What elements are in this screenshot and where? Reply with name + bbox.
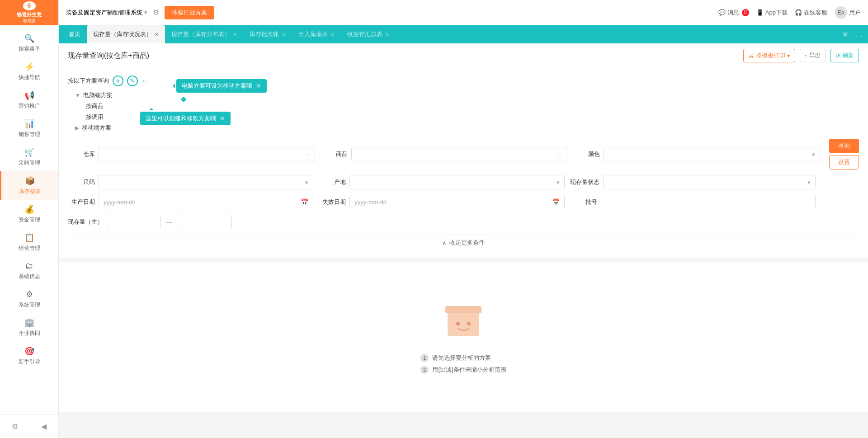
sidebar-item-label: 营销推广 — [19, 102, 40, 110]
header-left: 装备及固定资产辅助管理系统 ▾ ⚙ 体验行业方案 — [66, 6, 214, 19]
query-btn[interactable]: 查询 — [829, 139, 859, 153]
tab-recv-summary[interactable]: 收发存汇总表 ✕ — [341, 25, 396, 43]
sidebar-item-basic[interactable]: 🗂 基础信息 — [0, 257, 58, 285]
origin-input[interactable]: ▾ — [349, 175, 564, 189]
chevron-down-icon: ▾ — [557, 179, 560, 186]
scheme-tooltip: 电脑方案可设为移动方案哦 ✕ — [176, 79, 267, 93]
batch-ledger-tab-label: 库存批次账 — [250, 30, 279, 38]
stock-status-input[interactable]: ▾ — [603, 175, 816, 189]
filter-row-1: 仓库 ··· 商品 ··· 颜色 — [68, 139, 859, 170]
sidebar: 6 畅通好生意 标准版 🔍 搜索菜单 ⚡ 快捷导航 📢 营销推广 📊 销售管理 … — [0, 0, 59, 438]
sidebar-settings-btn[interactable]: ⚙ — [10, 420, 20, 433]
tab-close-inventory-dist[interactable]: ✕ — [233, 32, 237, 38]
filter-field-color: 颜色 ▾ — [573, 147, 820, 161]
filter-add-scheme-btn[interactable]: + — [113, 75, 123, 86]
sidebar-item-sales[interactable]: 📊 销售管理 — [0, 114, 58, 143]
scheme-item-goods[interactable]: 按商品 — [82, 101, 859, 112]
batch-input[interactable] — [601, 195, 816, 209]
export-btn[interactable]: ↑ 导出 — [800, 49, 826, 62]
recv-summary-tab-label: 收发存汇总表 — [347, 30, 382, 38]
sidebar-item-operations[interactable]: 📋 经营管理 — [0, 228, 58, 257]
sidebar-item-label: 库存核算 — [19, 188, 41, 195]
filter-fields-container: 仓库 ··· 商品 ··· 颜色 — [68, 139, 859, 229]
prod-date-start[interactable]: yyyy-mm-dd 📅 — [99, 195, 313, 209]
tab-home[interactable]: 首页 — [62, 25, 87, 43]
tab-close-batch-ledger[interactable]: ✕ — [282, 32, 286, 38]
goods-label: 商品 — [321, 150, 348, 158]
expire-date-input[interactable]: yyyy-mm-dd 📅 — [349, 195, 564, 209]
sidebar-item-label: 企业协同 — [19, 330, 40, 337]
filter-edit-scheme-btn[interactable]: ✎ — [127, 75, 138, 86]
filter-field-expire-date: 失效日期 yyyy-mm-dd 📅 — [319, 195, 564, 209]
tab-inventory-dist[interactable]: 现存量（库存分布表） ✕ — [165, 25, 243, 43]
refresh-btn[interactable]: ↺ 刷新 — [830, 49, 859, 62]
tab-close-inventory-status[interactable]: ✕ — [155, 32, 159, 38]
quick-nav-icon: ⚡ — [24, 62, 34, 72]
system-title-select[interactable]: 装备及固定资产辅助管理系统 ▾ — [66, 9, 147, 17]
empty-icon — [441, 298, 486, 343]
logo-icon: 6 — [23, 1, 36, 10]
tab-close-recv-summary[interactable]: ✕ — [385, 32, 389, 38]
empty-hint-1: 1 请先选择要分析的方案 — [420, 352, 506, 364]
tabbar-right-actions: ✕ ⛶ — [840, 28, 864, 41]
messages-label: 消息 — [727, 9, 739, 17]
sidebar-collapse-btn[interactable]: ◀ — [39, 420, 48, 433]
filter-arrow-btn[interactable]: ← — [142, 77, 149, 85]
print-template-btn[interactable]: 🖨 按模板打印 ▾ — [743, 49, 795, 62]
expire-date-placeholder: yyyy-mm-dd — [354, 199, 387, 206]
phone-icon: 📱 — [756, 9, 764, 16]
sidebar-item-purchase[interactable]: 🛒 采购管理 — [0, 143, 58, 171]
tab-batch-ledger[interactable]: 库存批次账 ✕ — [243, 25, 292, 43]
search-icon: 🔍 — [24, 33, 34, 43]
page-header: 现存量查询(按仓库+商品) 🖨 按模板打印 ▾ ↑ 导出 ↺ 刷新 — [59, 43, 868, 68]
guide-icon: 🎯 — [24, 346, 34, 356]
tab-io-flow[interactable]: 出入库流水 ✕ — [292, 25, 341, 43]
tab-close-io-flow[interactable]: ✕ — [330, 32, 335, 38]
chevron-down-icon: ▾ — [812, 151, 815, 158]
sidebar-item-system[interactable]: ⚙ 系统管理 — [0, 285, 58, 313]
scheme-tooltip-close[interactable]: ✕ — [256, 82, 261, 89]
size-input[interactable]: ▾ — [99, 175, 313, 189]
collapse-bar[interactable]: ∧ 收起更多条件 — [68, 235, 859, 250]
inventory-status-tab-label: 现存量（库存状况表） — [93, 30, 152, 38]
app-download-btn[interactable]: 📱 App下载 — [756, 9, 788, 17]
stock-main-start[interactable] — [107, 215, 161, 229]
sidebar-item-finance[interactable]: 💰 资金管理 — [0, 200, 58, 228]
svg-point-2 — [456, 322, 460, 325]
sidebar-item-guide[interactable]: 🎯 新手引导 — [0, 342, 58, 370]
stock-main-end[interactable] — [178, 215, 232, 229]
user-menu-btn[interactable]: Ea 用户 — [835, 6, 861, 19]
prod-date-label: 生产日期 — [68, 198, 95, 206]
warehouse-input[interactable]: ··· — [99, 147, 315, 161]
sidebar-item-label: 销售管理 — [19, 131, 40, 138]
sidebar-item-marketing[interactable]: 📢 营销推广 — [0, 86, 58, 114]
prod-date-placeholder: yyyy-mm-dd — [104, 199, 136, 206]
tab-inventory-status[interactable]: 现存量（库存状况表） ✕ — [87, 25, 165, 43]
ellipsis-icon: ··· — [558, 151, 563, 158]
sidebar-nav: 🔍 搜索菜单 ⚡ 快捷导航 📢 营销推广 📊 销售管理 🛒 采购管理 📦 库存核… — [0, 25, 58, 414]
settings-btn[interactable]: 设置 — [829, 155, 859, 170]
inventory-dist-tab-label: 现存量（库存分布表） — [171, 30, 230, 38]
user-label: 用户 — [849, 9, 861, 17]
sidebar-item-quick-nav[interactable]: ⚡ 快捷导航 — [0, 57, 58, 86]
basic-icon: 🗂 — [25, 261, 33, 271]
edit-tooltip-close[interactable]: ✕ — [220, 115, 225, 122]
marketing-icon: 📢 — [24, 90, 34, 100]
support-icon: 🎧 — [795, 9, 802, 16]
color-input[interactable]: ▾ — [604, 147, 820, 161]
online-support-btn[interactable]: 🎧 在线客服 — [795, 9, 827, 17]
tab-fullscreen-btn[interactable]: ⛶ — [854, 28, 864, 41]
sidebar-item-inventory[interactable]: 📦 库存核算 — [0, 171, 58, 200]
range-dash: — — [166, 219, 172, 226]
filter-scheme-row: 按以下方案查询 + ✎ ← 电脑方案可设为移动方案哦 ✕ 这里可以创建和修改方案… — [68, 75, 859, 86]
messages-btn[interactable]: 💬 消息 8 — [718, 9, 749, 17]
sidebar-item-enterprise[interactable]: 🏢 企业协同 — [0, 313, 58, 342]
sidebar-item-search[interactable]: 🔍 搜索菜单 — [0, 29, 58, 57]
scheme-desktop-label: 电脑端方案 — [83, 91, 113, 99]
filter-field-prod-date: 生产日期 yyyy-mm-dd 📅 — [68, 195, 313, 209]
chevron-down-icon: ▾ — [144, 9, 147, 16]
header-settings-icon[interactable]: ⚙ — [151, 6, 161, 19]
tab-close-all-btn[interactable]: ✕ — [840, 28, 850, 41]
goods-input[interactable]: ··· — [351, 147, 568, 161]
industry-solution-btn[interactable]: 体验行业方案 — [165, 6, 214, 19]
